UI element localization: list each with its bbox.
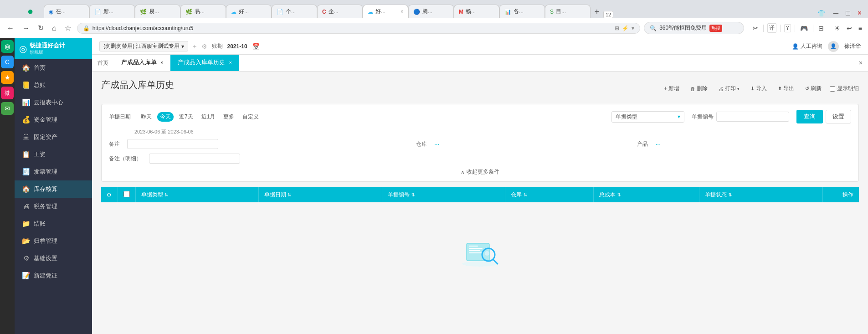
doc-status-sort-icon[interactable]: ⇅ [728, 192, 732, 197]
query-button[interactable]: 查询 [796, 110, 823, 123]
th-doc-number[interactable]: 单据编号 ⇅ [382, 187, 505, 202]
back-button[interactable]: ← [5, 23, 16, 34]
add-company-icon[interactable]: + [193, 43, 196, 50]
doc-type-filter[interactable]: 单据类型 ▾ [611, 111, 684, 123]
app-star-icon[interactable]: ★ [1, 71, 14, 84]
breadcrumb-home[interactable]: 首页 [92, 56, 114, 71]
th-total-cost[interactable]: 总成本 ⇅ [593, 187, 699, 202]
service-button[interactable]: 👤 人工咨询 [792, 42, 822, 50]
browser-tab-5[interactable]: ☁ 好... [226, 5, 272, 18]
sidebar-item-invoice[interactable]: 🧾 发票管理 [15, 163, 92, 180]
filter-settings-button[interactable]: 设置 [826, 110, 851, 123]
game-icon[interactable]: 🎮 [799, 23, 809, 33]
show-detail-checkbox[interactable] [830, 86, 835, 92]
sidebar-item-basic-settings[interactable]: ⚙ 基础设置 [15, 250, 92, 267]
date-btn-yesterday[interactable]: 昨天 [138, 112, 154, 122]
tab-history-close-icon[interactable]: × [229, 60, 231, 65]
maximize-button[interactable]: □ [843, 8, 853, 18]
home-button[interactable]: ⌂ [50, 23, 59, 34]
warehouse-more-icon[interactable]: ··· [434, 140, 440, 148]
period-calendar-icon[interactable]: 📅 [252, 43, 260, 50]
browser-tab-7[interactable]: C 企... [317, 5, 363, 18]
tab8-close-icon[interactable]: × [401, 9, 403, 14]
th-checkbox[interactable] [118, 187, 135, 202]
app-logo-icon[interactable]: ◎ [1, 40, 14, 53]
sidebar-item-tax[interactable]: 🖨 税务管理 [15, 198, 92, 215]
date-btn-1month[interactable]: 近1月 [199, 112, 218, 122]
date-btn-today[interactable]: 今天 [157, 112, 174, 122]
app-changjie-icon[interactable]: C [1, 56, 14, 68]
doc-number-input[interactable] [716, 112, 789, 122]
minimize-button[interactable]: ─ [831, 8, 841, 18]
sidebar-item-fixed-asset[interactable]: 🏛 固定资产 [15, 128, 92, 146]
th-warehouse[interactable]: 仓库 ⇅ [505, 187, 594, 202]
delete-button[interactable]: 🗑 删除 [688, 83, 710, 94]
print-button[interactable]: 🖨 打印 ▾ [716, 83, 742, 94]
forward-button[interactable]: → [20, 23, 32, 34]
browser-tab-10[interactable]: M 畅... [454, 5, 499, 18]
warehouse-sort-icon[interactable]: ⇅ [524, 192, 527, 197]
browser-tab-3[interactable]: 🌿 易... [135, 5, 180, 18]
export-button[interactable]: ⬆ 导出 [775, 83, 797, 94]
browser-tab-2[interactable]: 📄 新... [89, 5, 135, 18]
new-tab-button[interactable]: + [591, 5, 603, 18]
sidebar-item-ledger[interactable]: 📒 总账 [15, 77, 92, 94]
sidebar-item-closing[interactable]: 📁 结账 [15, 215, 92, 232]
bookmark-button[interactable]: ☆ [62, 22, 73, 34]
shirt-icon[interactable]: 👕 [814, 9, 829, 18]
sidebar-item-new-voucher[interactable]: 📝 新建凭证 [15, 267, 92, 284]
sidebar-item-payroll[interactable]: 📋 工资 [15, 146, 92, 163]
reload-button[interactable]: ↻ [36, 22, 46, 34]
scissors-icon[interactable]: ✂ [751, 23, 760, 33]
remark-input[interactable] [127, 139, 218, 149]
more-icon[interactable]: ≡ [857, 23, 863, 33]
browser-tab-8[interactable]: ☁ 好... × [363, 5, 408, 18]
product-more-icon[interactable]: ··· [655, 140, 661, 148]
date-btn-more[interactable]: 更多 [221, 112, 237, 122]
add-button[interactable]: + 新增 [661, 83, 682, 94]
th-doc-type[interactable]: 单据类型 ⇅ [135, 187, 259, 202]
total-cost-sort-icon[interactable]: ⇅ [617, 192, 621, 197]
undo-icon[interactable]: ↩ [845, 23, 853, 33]
url-grid-icon[interactable]: ⊞ [615, 25, 619, 31]
sidebar-item-archive[interactable]: 📂 归档管理 [15, 232, 92, 250]
collapse-button[interactable]: ∧ 收起更多条件 [109, 168, 851, 176]
doc-date-sort-icon[interactable]: ⇅ [288, 192, 291, 197]
tab-list[interactable]: 产成品入库单 × [114, 55, 170, 71]
browser-tab-9[interactable]: 🔵 腾... [408, 5, 454, 18]
browser-tab-1[interactable]: ◉ 在... [44, 5, 89, 18]
search-box[interactable]: 🔍 360智能抠图免费用 热搜 [644, 22, 744, 34]
url-box[interactable]: 🔒 https://cloud.chanjet.com/accounting/u… [77, 23, 640, 34]
sidebar-item-cloud-report[interactable]: 📊 云报表中心 [15, 94, 92, 111]
url-lightning-icon[interactable]: ⚡ [622, 25, 629, 31]
brightness-icon[interactable]: ☀ [833, 23, 842, 33]
yen-icon[interactable]: ¥ [784, 24, 791, 32]
date-btn-custom[interactable]: 自定义 [240, 112, 262, 122]
settings-gear-icon[interactable]: ⚙ [201, 43, 207, 50]
th-doc-status[interactable]: 单据状态 ⇅ [699, 187, 822, 202]
browser-tab-11[interactable]: 📊 各... [499, 5, 545, 18]
app-weibo-icon[interactable]: 微 [1, 87, 14, 99]
table-settings-icon[interactable]: ⚙ [107, 192, 112, 198]
user-avatar[interactable]: 👤 [828, 41, 839, 52]
import-button[interactable]: ⬇ 导入 [748, 83, 770, 94]
sidebar-item-inventory[interactable]: 🏠 库存核算 [15, 180, 92, 198]
refresh-button[interactable]: ↺ 刷新 [802, 83, 824, 94]
app-email-icon[interactable]: ✉ [1, 102, 14, 115]
tab-list-close-icon[interactable]: × [160, 60, 163, 65]
select-all-checkbox[interactable] [123, 191, 130, 197]
th-settings[interactable]: ⚙ [101, 187, 118, 202]
th-doc-date[interactable]: 单据日期 ⇅ [259, 187, 382, 202]
company-selector[interactable]: (勿删勿禁用) 江西服宝测试专用 ▾ [99, 41, 188, 51]
url-dropdown-icon[interactable]: ▾ [632, 25, 634, 31]
page-close-button[interactable]: × [853, 56, 868, 70]
tab-history[interactable]: 产成品入库单历史 × [170, 55, 239, 71]
close-window-button[interactable]: × [855, 8, 864, 18]
browser-tab-12[interactable]: S 目... [545, 5, 591, 18]
doc-number-sort-icon[interactable]: ⇅ [411, 192, 415, 197]
date-btn-7days[interactable]: 近7天 [176, 112, 196, 122]
sidebar-item-home[interactable]: 🏠 首页 [15, 59, 92, 77]
browser-tab-4[interactable]: 🌿 易... [180, 5, 226, 18]
remark-detail-input[interactable] [149, 154, 240, 164]
layout-icon[interactable]: ⊟ [817, 23, 825, 33]
